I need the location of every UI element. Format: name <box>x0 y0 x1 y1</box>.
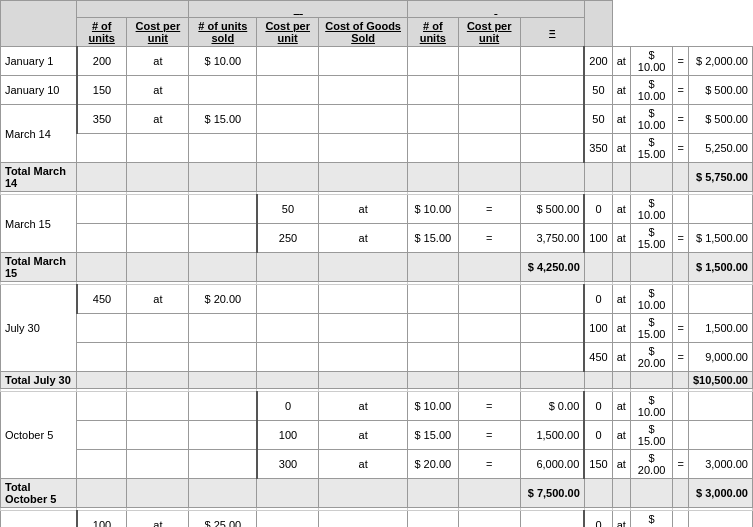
eq-b-cell: = <box>673 134 688 163</box>
data-row: 250at$ 15.00=3,750.00100at$ 15.00=$ 1,50… <box>1 224 753 253</box>
inv-cell: 3,000.00 <box>688 450 752 479</box>
date-cell: January 10 <box>1 76 77 105</box>
date-cell: January 1 <box>1 47 77 76</box>
up-cell <box>77 343 127 372</box>
inv-cell: 1,500.00 <box>688 314 752 343</box>
at-p-cell <box>127 195 189 224</box>
at-p-cell <box>127 450 189 479</box>
at-b-cell: at <box>612 47 630 76</box>
eq-s-cell <box>458 105 520 134</box>
t-eq <box>458 253 520 282</box>
data-row: 100at$ 15.00=1,500.000at$ 15.00 <box>1 421 753 450</box>
cpu-cell <box>189 421 257 450</box>
t-cogs: $ 7,500.00 <box>520 479 584 508</box>
t-eq <box>458 372 520 389</box>
cpu-cell: $ 20.00 <box>189 285 257 314</box>
cpus-cell: $ 10.00 <box>407 392 458 421</box>
header-balance <box>407 1 584 18</box>
cogs-cell: 6,000.00 <box>520 450 584 479</box>
cpub-cell: $ 15.00 <box>630 421 673 450</box>
t-atp <box>127 479 189 508</box>
at-s-cell: at <box>319 421 408 450</box>
cpub-cell: $ 10.00 <box>630 76 673 105</box>
data-row: January 10150at50at$ 10.00=$ 500.00 <box>1 76 753 105</box>
at-s-cell <box>319 285 408 314</box>
sub-header-cpu: Cost per unit <box>127 18 189 47</box>
us-cell: 0 <box>257 392 319 421</box>
t-us <box>257 253 319 282</box>
cpus-cell <box>407 47 458 76</box>
inventory-table: # of units Cost per unit # of units sold… <box>0 0 753 527</box>
ub-cell: 0 <box>584 392 612 421</box>
eq-b-cell: = <box>673 47 688 76</box>
cpub-cell: $ 10.00 <box>630 392 673 421</box>
cogs-cell <box>520 314 584 343</box>
at-p-cell: at <box>127 47 189 76</box>
ub-cell: 0 <box>584 421 612 450</box>
header-purchased <box>77 1 189 18</box>
cogs-cell: $ 0.00 <box>520 392 584 421</box>
t-eq <box>458 163 520 192</box>
t-eqb <box>673 479 688 508</box>
ub-cell: 450 <box>584 343 612 372</box>
data-row: January 1200at$ 10.00200at$ 10.00=$ 2,00… <box>1 47 753 76</box>
at-p-cell <box>127 392 189 421</box>
t-up <box>77 163 127 192</box>
at-s-cell <box>319 511 408 528</box>
cpub-cell: $ 20.00 <box>630 450 673 479</box>
cpus-cell <box>407 511 458 528</box>
cpub-cell: $ 20.00 <box>630 343 673 372</box>
cpub-cell: $ 15.00 <box>630 134 673 163</box>
data-row: 450at$ 20.00=9,000.00 <box>1 343 753 372</box>
cpu-cell <box>189 134 257 163</box>
t-atb <box>612 163 630 192</box>
data-row: 350at$ 15.00=5,250.00 <box>1 134 753 163</box>
cpus-cell: $ 10.00 <box>407 195 458 224</box>
total-row: Total July 30$10,500.00 <box>1 372 753 389</box>
eq-s-cell: = <box>458 392 520 421</box>
eq-s-cell: = <box>458 224 520 253</box>
at-p-cell <box>127 343 189 372</box>
cpus-cell <box>407 285 458 314</box>
cogs-cell <box>520 511 584 528</box>
inv-cell <box>688 195 752 224</box>
sub-header-cpu-bal: Cost per unit <box>458 18 520 47</box>
sub-header-cogs: Cost of Goods Sold <box>319 18 408 47</box>
at-b-cell: at <box>612 450 630 479</box>
eq-b-cell <box>673 421 688 450</box>
cpub-cell: $ 10.00 <box>630 285 673 314</box>
ub-cell: 0 <box>584 195 612 224</box>
up-cell <box>77 314 127 343</box>
data-row: March 14350at$ 15.0050at$ 10.00=$ 500.00 <box>1 105 753 134</box>
header-sold <box>189 1 407 18</box>
up-cell <box>77 450 127 479</box>
date-cell: July 30 <box>1 285 77 372</box>
t-cpub <box>630 479 673 508</box>
eq-s-cell <box>458 314 520 343</box>
t-ub <box>584 163 612 192</box>
total-row: Total October 5$ 7,500.00$ 3,000.00 <box>1 479 753 508</box>
us-cell <box>257 511 319 528</box>
total-label: Total July 30 <box>1 372 77 389</box>
t-inv: $10,500.00 <box>688 372 752 389</box>
t-ub <box>584 253 612 282</box>
up-cell <box>77 134 127 163</box>
t-atp <box>127 253 189 282</box>
eq-s-cell <box>458 511 520 528</box>
inv-cell: $ 1,500.00 <box>688 224 752 253</box>
at-b-cell: at <box>612 511 630 528</box>
us-cell <box>257 285 319 314</box>
up-cell: 100 <box>77 511 127 528</box>
cpu-cell <box>189 195 257 224</box>
eq-b-cell: = <box>673 76 688 105</box>
inv-cell: $ 2,000.00 <box>688 47 752 76</box>
at-b-cell: at <box>612 421 630 450</box>
cpus-cell <box>407 105 458 134</box>
t-inv: $ 5,750.00 <box>688 163 752 192</box>
cogs-cell <box>520 47 584 76</box>
at-b-cell: at <box>612 285 630 314</box>
at-b-cell: at <box>612 195 630 224</box>
ub-cell: 100 <box>584 314 612 343</box>
ub-cell: 0 <box>584 511 612 528</box>
date-cell: October 26 <box>1 511 77 528</box>
